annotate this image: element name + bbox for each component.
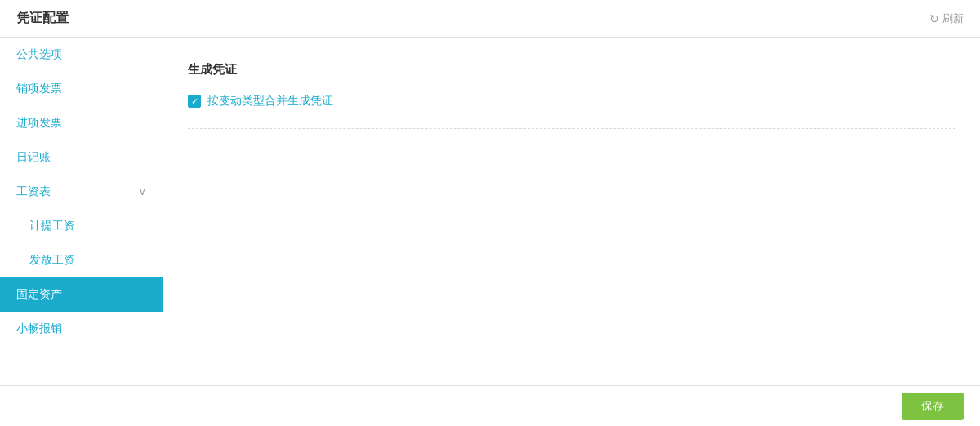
chevron-down-icon: ∨: [139, 186, 146, 197]
sidebar-item-expense-report[interactable]: 小畅报销: [0, 312, 163, 346]
sidebar-item-label: 发放工资: [29, 253, 75, 268]
app-container: 凭证配置 ↻ 刷新 公共选项销项发票进项发票日记账工资表∨计提工资发放工资固定资…: [0, 0, 980, 426]
sidebar-item-payroll-table[interactable]: 工资表∨: [0, 175, 163, 209]
sidebar-item-payroll-distribution[interactable]: 发放工资: [0, 243, 163, 277]
sidebar-item-label: 销项发票: [16, 82, 62, 96]
save-button[interactable]: 保存: [902, 393, 964, 420]
sidebar-item-label: 小畅报销: [16, 322, 62, 336]
refresh-label: 刷新: [942, 11, 964, 26]
refresh-button[interactable]: ↻ 刷新: [929, 11, 964, 26]
main-content: 生成凭证 按变动类型合并生成凭证: [163, 38, 980, 385]
sidebar-item-fixed-assets[interactable]: 固定资产: [0, 277, 163, 312]
body: 公共选项销项发票进项发票日记账工资表∨计提工资发放工资固定资产小畅报销 生成凭证…: [0, 38, 980, 385]
merge-checkbox[interactable]: [188, 95, 201, 108]
sidebar-item-label: 计提工资: [29, 219, 75, 233]
sidebar-item-label: 日记账: [16, 150, 51, 165]
sidebar-item-label: 工资表: [16, 184, 51, 199]
section-divider: [188, 128, 956, 129]
sidebar-item-payroll-accrual[interactable]: 计提工资: [0, 209, 163, 243]
page-title: 凭证配置: [16, 10, 69, 27]
sidebar-item-label: 固定资产: [16, 287, 62, 302]
sidebar-item-purchase-invoice[interactable]: 进项发票: [0, 106, 163, 140]
checkbox-label: 按变动类型合并生成凭证: [207, 94, 333, 109]
checkbox-row: 按变动类型合并生成凭证: [188, 94, 956, 109]
sidebar: 公共选项销项发票进项发票日记账工资表∨计提工资发放工资固定资产小畅报销: [0, 38, 163, 385]
footer: 保存: [0, 385, 980, 426]
sidebar-item-sales-invoice[interactable]: 销项发票: [0, 72, 163, 106]
sidebar-item-label: 公共选项: [16, 47, 62, 62]
header: 凭证配置 ↻ 刷新: [0, 0, 980, 38]
section-title: 生成凭证: [188, 62, 956, 78]
refresh-icon: ↻: [929, 12, 939, 25]
sidebar-item-label: 进项发票: [16, 116, 62, 131]
sidebar-item-journal[interactable]: 日记账: [0, 140, 163, 175]
sidebar-item-public-options[interactable]: 公共选项: [0, 38, 163, 72]
